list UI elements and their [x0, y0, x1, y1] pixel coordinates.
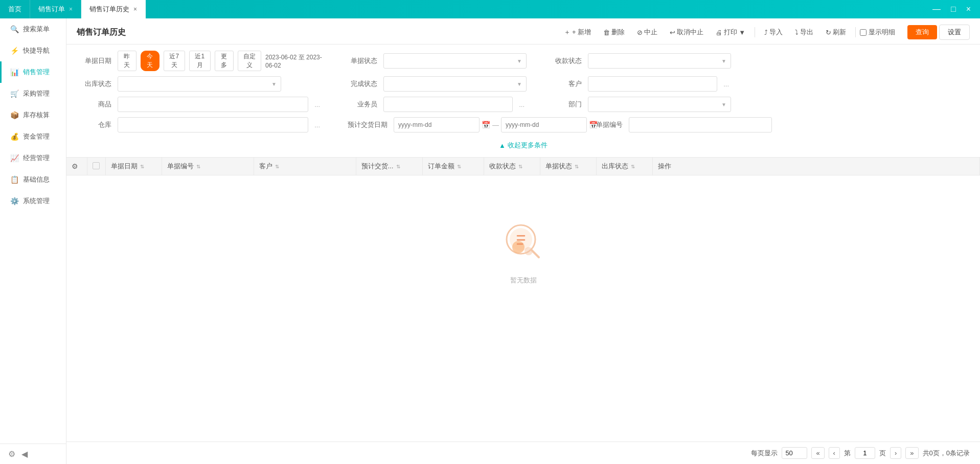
- status-label: 单据状态: [343, 56, 383, 65]
- toolbar-import-label: 导入: [769, 28, 783, 37]
- sidebar-item-quick-nav[interactable]: ⚡ 快捷导航: [0, 40, 66, 61]
- sidebar-item-capital-mgmt[interactable]: 💰 资金管理: [0, 126, 66, 147]
- toolbar-import-btn[interactable]: ⤴ 导入: [759, 25, 788, 39]
- sidebar-item-basic-info-label: 基础信息: [23, 175, 50, 184]
- last-page-btn[interactable]: »: [905, 447, 918, 459]
- toolbar-cancel-suspend-btn[interactable]: ↩ 取消中止: [665, 25, 709, 39]
- salesperson-input[interactable]: [383, 97, 513, 112]
- dept-select[interactable]: ▼: [588, 97, 731, 112]
- toolbar-delete-btn[interactable]: 🗑 删除: [598, 25, 630, 39]
- th-no[interactable]: 单据编号 ⇅: [162, 158, 254, 175]
- th-order-status[interactable]: 单据状态 ⇅: [540, 158, 596, 175]
- system-mgmt-icon: ⚙️: [10, 196, 19, 206]
- sidebar-item-sales-mgmt[interactable]: 📊 销售管理: [0, 61, 66, 83]
- select-all-checkbox[interactable]: [93, 162, 100, 169]
- customer-dots[interactable]: ...: [721, 80, 731, 88]
- dept-label: 部门: [547, 100, 588, 109]
- sidebar-item-search-menu[interactable]: 🔍 搜索菜单: [0, 18, 66, 40]
- settings-btn-label: 设置: [948, 28, 961, 36]
- date-btn-yesterday[interactable]: 昨天: [118, 51, 136, 71]
- sidebar-item-system-mgmt[interactable]: ⚙️ 系统管理: [0, 190, 66, 212]
- delivery-from-input[interactable]: [394, 117, 480, 132]
- sidebar-item-operations[interactable]: 📈 经营管理: [0, 147, 66, 169]
- page-title: 销售订单历史: [77, 27, 126, 38]
- pagination-bar: 每页显示 50 10 20 100 « ‹ 第 页: [66, 441, 980, 464]
- date-btn-7days[interactable]: 近7天: [164, 51, 185, 71]
- sidebar-collapse-icon[interactable]: ◀: [21, 449, 28, 459]
- th-delivery-date[interactable]: 预计交货... ⇅: [356, 158, 422, 175]
- toolbar-divider-2: [855, 27, 856, 37]
- toolbar-suspend-btn[interactable]: ⊘ 中止: [632, 25, 663, 39]
- toolbar-print-btn[interactable]: 🖨 打印 ▼: [711, 25, 750, 39]
- tab-home[interactable]: 首页: [0, 0, 30, 18]
- main-layout: 🔍 搜索菜单 ⚡ 快捷导航 📊 销售管理 🛒 采购管理 📦 库存核算 💰 资金管…: [0, 18, 980, 464]
- complete-select[interactable]: ▼: [383, 76, 527, 92]
- status-select[interactable]: ▼: [383, 53, 527, 69]
- prev-page-btn[interactable]: ‹: [829, 447, 840, 459]
- th-customer[interactable]: 客户 ⇅: [254, 158, 356, 175]
- warehouse-label: 仓库: [77, 120, 118, 129]
- goods-dots[interactable]: ...: [312, 101, 322, 108]
- goods-input[interactable]: [118, 97, 308, 112]
- date-btn-1month[interactable]: 近1月: [189, 51, 211, 71]
- page-input[interactable]: [855, 447, 875, 459]
- sales-mgmt-icon: 📊: [10, 68, 19, 77]
- basic-info-icon: 📋: [10, 175, 19, 184]
- th-receipt-status[interactable]: 收款状态 ⇅: [484, 158, 540, 175]
- window-minimize[interactable]: —: [929, 4, 944, 15]
- outbound-select[interactable]: ▼: [118, 76, 281, 92]
- display-detail-checkbox[interactable]: [860, 29, 867, 36]
- sidebar-settings-icon[interactable]: ⚙: [8, 449, 15, 459]
- window-close[interactable]: ×: [963, 4, 974, 15]
- tab-sales-order[interactable]: 销售订单 ×: [30, 0, 81, 18]
- th-amount[interactable]: 订单金额 ⇅: [422, 158, 484, 175]
- page-word: 页: [879, 449, 886, 458]
- capital-mgmt-icon: 💰: [10, 132, 19, 141]
- th-outbound-status[interactable]: 出库状态 ⇅: [596, 158, 652, 175]
- order-no-input[interactable]: [629, 117, 772, 132]
- warehouse-dots[interactable]: ...: [312, 121, 322, 129]
- date-label: 单据日期: [77, 56, 118, 65]
- receipt-status-select-arrow: ▼: [721, 58, 726, 64]
- page-header: 销售订单历史 ＋ + 新增 🗑 删除 ⊘ 中止 ↩: [66, 18, 980, 45]
- date-btn-more[interactable]: 更多: [215, 51, 234, 71]
- settings-btn[interactable]: 设置: [939, 25, 970, 40]
- toolbar-new-btn[interactable]: ＋ + 新增: [559, 25, 596, 39]
- toolbar-refresh-btn[interactable]: ↻ 刷新: [821, 25, 851, 39]
- sidebar-item-inventory[interactable]: 📦 库存核算: [0, 104, 66, 126]
- th-date[interactable]: 单据日期 ⇅: [105, 158, 162, 175]
- delivery-to-input[interactable]: [501, 117, 587, 132]
- tab-sales-order-history-close[interactable]: ×: [133, 6, 137, 13]
- th-no-label: 单据编号: [167, 162, 194, 170]
- toolbar-cancel-suspend-label: 取消中止: [677, 28, 703, 37]
- page-size-select[interactable]: 50 10 20 100: [782, 447, 807, 459]
- next-page-btn[interactable]: ›: [890, 447, 901, 459]
- customer-input[interactable]: [588, 76, 717, 92]
- collapse-row[interactable]: ▲ 收起更多条件: [77, 138, 970, 151]
- th-order-status-sort: ⇅: [575, 164, 579, 169]
- tab-sales-order-history[interactable]: 销售订单历史 ×: [81, 0, 146, 18]
- th-customer-label: 客户: [259, 162, 272, 170]
- sidebar-item-purchase-mgmt[interactable]: 🛒 采购管理: [0, 83, 66, 104]
- date-btn-custom[interactable]: 自定义: [238, 51, 261, 71]
- quick-nav-icon: ⚡: [10, 46, 19, 55]
- table-settings-icon[interactable]: ⚙: [72, 162, 78, 170]
- tab-sales-order-close[interactable]: ×: [69, 6, 73, 13]
- query-btn[interactable]: 查询: [907, 25, 937, 39]
- warehouse-input[interactable]: [118, 117, 308, 132]
- receipt-status-select[interactable]: ▼: [588, 53, 731, 69]
- next-page-icon: ›: [895, 449, 897, 457]
- sidebar-item-basic-info[interactable]: 📋 基础信息: [0, 169, 66, 190]
- date-btn-today[interactable]: 今天: [141, 51, 159, 71]
- filter-area: 单据日期 昨天 今天 近7天 近1月 更多 自定义 2023-06-02 至 2…: [66, 45, 980, 158]
- refresh-icon: ↻: [826, 29, 831, 36]
- window-maximize[interactable]: □: [948, 4, 959, 15]
- date-separator: —: [492, 121, 499, 129]
- salesperson-dots[interactable]: ...: [517, 101, 527, 108]
- last-page-icon: »: [910, 449, 914, 457]
- delivery-from-calendar-icon[interactable]: 📅: [482, 121, 490, 129]
- th-customer-sort: ⇅: [275, 164, 279, 169]
- toolbar-export-btn[interactable]: ⤵ 导出: [790, 25, 818, 39]
- th-date-sort: ⇅: [140, 164, 144, 169]
- first-page-btn[interactable]: «: [811, 447, 824, 459]
